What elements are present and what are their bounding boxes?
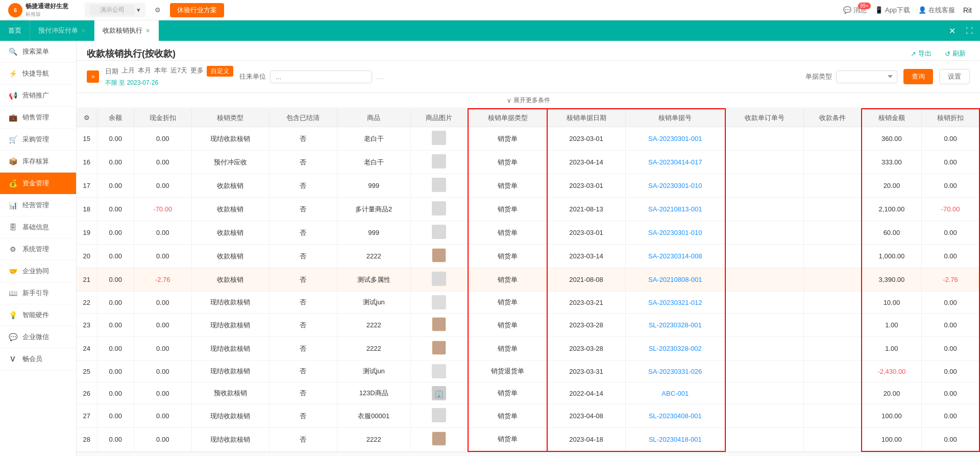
td-amount: -2,430.00 [862,361,922,382]
td-bill-no: SA-20230321-012 [625,292,725,314]
sidebar-item-search[interactable]: 🔍 搜索菜单 [0,41,76,63]
filter-bar: » 日期 上月 本月 本年 近7天 更多 自定义 不限 至 2023-07-26 [77,61,980,93]
sidebar-item-collab-label: 企业协同 [22,267,49,276]
home-tab-label: 首页 [8,26,21,35]
tab-prepay[interactable]: 预付冲应付单 ✕ [30,20,94,41]
company-selector[interactable]: 演示公司 ▾ [85,3,145,17]
export-btn[interactable]: ↗ 导出 [906,47,936,60]
refresh-btn[interactable]: ↺ 刷新 [941,47,970,60]
td-amount: 10.00 [862,292,922,314]
bill-no-link[interactable]: SL-20230328-002 [649,345,702,352]
th-order-no[interactable]: 收款单订单号 [725,109,803,127]
refresh-icon: ↺ [945,50,950,58]
bill-no-link[interactable]: SA-20230331-026 [648,368,702,375]
industry-btn[interactable]: 休验行业方案 [170,3,224,17]
online-service-btn[interactable]: 👤 在线客服 [918,6,955,15]
bill-no-link[interactable]: SA-20230414-017 [648,158,702,166]
partner-input[interactable] [270,70,372,83]
bill-no-link[interactable]: SL-20230408-001 [649,412,702,420]
td-bill-no: SA-20230331-026 [625,361,725,382]
td-verify-type: 收款核销 [191,221,270,245]
sidebar-item-wechat-label: 企业微信 [22,332,49,342]
th-bill-type[interactable]: 核销单据类型 [468,109,547,127]
nav-expand-btn[interactable]: ⛶ [963,27,976,35]
td-id: 21 [77,268,97,292]
sidebar-item-purchase[interactable]: 🛒 采购管理 [0,129,76,151]
message-btn[interactable]: 💬 消息 99+ [843,6,867,15]
expand-more-bar: ∨ 展开更多条件 [77,93,980,108]
chevron-down-icon: ▾ [137,6,140,14]
th-amount[interactable]: 核销金额 [862,109,922,127]
td-balance: 0.00 [97,245,134,268]
sidebar-item-wechat[interactable]: 💬 企业微信 [0,326,76,348]
query-btn[interactable]: 查询 [903,69,933,84]
sidebar-item-member[interactable]: V 畅会员 [0,348,76,370]
th-balance[interactable]: 余额 [97,109,134,127]
bill-no-link[interactable]: SA-20230301-010 [648,182,702,189]
sidebar-item-basic[interactable]: 🗄 基础信息 [0,217,76,238]
th-goods-img[interactable]: 商品图片 [410,109,468,127]
sidebar-item-system[interactable]: ⚙ 系统管理 [0,238,76,260]
app-edition: 标推版 [26,11,68,18]
sidebar-item-shortcut[interactable]: ⚡ 快捷导航 [0,63,76,85]
nav-close-btn[interactable]: ✕ [946,26,959,36]
date-last-month[interactable]: 上月 [121,66,135,77]
th-discount[interactable]: 核销折扣 [922,109,979,127]
app-download-btn[interactable]: 📱 App下载 [875,6,910,15]
top-bar-center: 演示公司 ▾ ⚙ 休验行业方案 [85,3,843,17]
bill-no-link[interactable]: SA-20230301-010 [648,229,702,236]
th-bill-date[interactable]: 核销单据日期 [547,109,625,127]
verify-tab-close[interactable]: ✕ [145,28,150,34]
bill-no-link[interactable]: SA-20210808-001 [648,276,702,283]
settings-icon-btn[interactable]: ⚙ [151,3,165,17]
bill-no-link[interactable]: SA-20230301-001 [648,135,702,142]
bill-no-link[interactable]: SA-20230314-008 [648,252,702,260]
td-bill-no: SL-20230408-001 [625,404,725,428]
date-custom-btn[interactable]: 自定义 [207,66,233,77]
bill-no-link[interactable]: SL-20230328-001 [649,321,702,329]
nav-tabs: 首页 预付冲应付单 ✕ 收款核销执行 ✕ ✕ ⛶ [0,20,980,41]
sidebar-item-finance[interactable]: 💰 资金管理 [0,173,76,195]
th-goods[interactable]: 商品 [337,109,410,127]
date-more[interactable]: 更多 [190,66,204,77]
th-settings[interactable]: ⚙ [77,109,97,127]
settings-btn[interactable]: 设置 [939,69,970,84]
expand-more-btn[interactable]: ∨ 展开更多条件 [507,96,550,105]
td-bill-no: SA-20230414-017 [625,151,725,174]
td-order-no [725,221,803,245]
prepay-tab-close[interactable]: ✕ [81,28,86,34]
th-verify-type[interactable]: 核销类型 [191,109,270,127]
filter-toggle-btn[interactable]: » [87,70,99,83]
td-payment-terms [803,382,861,404]
sidebar-item-sales[interactable]: 💼 销售管理 [0,107,76,129]
td-bill-date: 2021-08-13 [547,198,625,221]
th-payment-terms[interactable]: 收款条件 [803,109,861,127]
rit-user[interactable]: Rit [963,6,972,14]
bill-no-link[interactable]: SL-20230418-001 [649,436,702,443]
td-include-cleared: 否 [270,314,337,337]
bill-no-link[interactable]: SA-20230321-012 [648,299,702,306]
sidebar-item-hardware[interactable]: 💡 智能硬件 [0,304,76,326]
sidebar-item-management[interactable]: 📊 经营管理 [0,195,76,217]
td-goods: 测试多属性 [337,268,410,292]
tab-home[interactable]: 首页 [0,20,30,41]
td-bill-date: 2023-03-01 [547,174,625,198]
bill-type-select[interactable] [836,70,897,83]
tab-verify[interactable]: 收款核销执行 ✕ [94,20,159,41]
sidebar-item-guide[interactable]: 📖 新手引导 [0,282,76,304]
th-include-cleared[interactable]: 包含已结清 [270,109,337,127]
td-discount: 0.00 [922,428,979,451]
th-bill-no[interactable]: 核销单据号 [625,109,725,127]
sidebar-item-marketing[interactable]: 📢 营销推广 [0,85,76,107]
date-this-month[interactable]: 本月 [138,66,151,77]
date-7days[interactable]: 近7天 [170,66,187,77]
sidebar-item-collab[interactable]: 🤝 企业协同 [0,260,76,282]
bill-no-link[interactable]: ABC-001 [662,390,689,397]
bill-no-link[interactable]: SA-20210813-001 [648,205,702,213]
date-this-year[interactable]: 本年 [154,66,167,77]
sidebar-item-system-label: 系统管理 [22,245,49,254]
sidebar-item-inventory[interactable]: 📦 库存核算 [0,151,76,173]
main-layout: 🔍 搜索菜单 ⚡ 快捷导航 📢 营销推广 💼 销售管理 🛒 采购管理 📦 库存核… [0,41,980,456]
td-goods: 老白干 [337,151,410,174]
th-cash-discount[interactable]: 现金折扣 [134,109,191,127]
